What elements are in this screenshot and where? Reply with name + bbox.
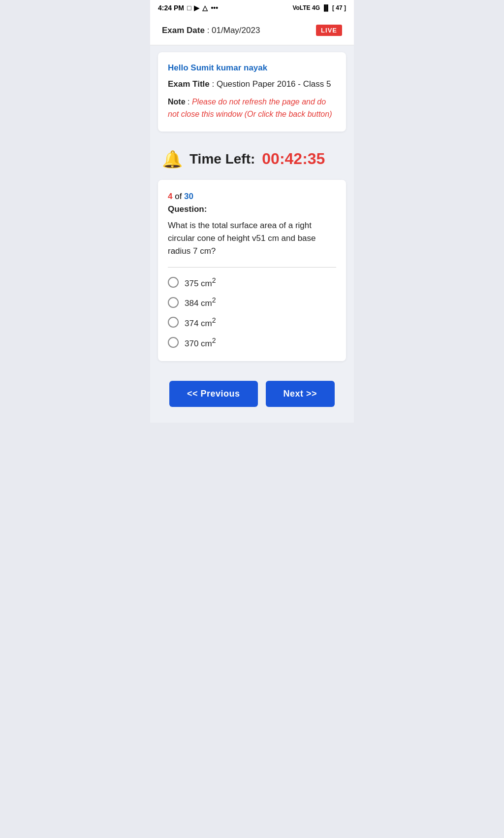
status-bar: 4:24 PM □ ▶ △ ••• VoLTE 4G ▐▌ [ 47 ] (150, 0, 354, 16)
note-text: Please do not refresh the page and do no… (168, 98, 332, 119)
exam-date-label: Exam Date (162, 26, 205, 35)
question-label: Question: (168, 204, 336, 214)
screen-icon: □ (187, 4, 191, 12)
timer-section: 🔔 Time Left: 00:42:35 (150, 138, 354, 180)
exam-title-line: Exam Title : Question Paper 2016 - Class… (168, 78, 336, 91)
radio-option-3[interactable] (168, 317, 179, 328)
note-line: Note : Please do not refresh the page an… (168, 96, 336, 121)
bell-icon: 🔔 (162, 149, 183, 169)
hello-line: Hello Sumit kumar nayak (168, 63, 336, 73)
battery-icon: [ 47 ] (332, 4, 346, 11)
option-label-2: 384 cm2 (185, 296, 216, 308)
radio-option-2[interactable] (168, 297, 179, 308)
exam-title-label: Exam Title (168, 79, 210, 89)
option-label-1: 375 cm2 (185, 276, 216, 289)
exam-title-value: Question Paper 2016 - Class 5 (217, 79, 331, 89)
note-label: Note (168, 98, 186, 106)
option-item-4[interactable]: 370 cm2 (168, 336, 336, 349)
question-card: 4 of 30 Question: What is the total surf… (158, 180, 346, 362)
previous-button[interactable]: << Previous (169, 381, 258, 407)
dots-icon: ••• (211, 4, 218, 12)
page-content: Exam Date : 01/May/2023 LIVE Hello Sumit… (150, 16, 354, 423)
option-label-3: 374 cm2 (185, 316, 216, 329)
timer-label: Time Left: (189, 151, 255, 167)
signal-icon: △ (202, 4, 208, 12)
user-name: Sumit kumar nayak (190, 63, 267, 72)
exam-date-text: Exam Date : 01/May/2023 (162, 26, 260, 35)
live-badge: LIVE (316, 25, 342, 36)
question-text: What is the total surface area of a righ… (168, 219, 336, 258)
option-item-1[interactable]: 375 cm2 (168, 276, 336, 289)
exam-date-separator: : (205, 26, 212, 35)
next-button[interactable]: Next >> (266, 381, 335, 407)
option-label-4: 370 cm2 (185, 336, 216, 349)
question-counter: 4 of 30 (168, 192, 336, 201)
option-item-3[interactable]: 374 cm2 (168, 316, 336, 329)
hello-label: Hello (168, 63, 190, 72)
status-time: 4:24 PM (158, 4, 184, 12)
options-list: 375 cm2384 cm2374 cm2370 cm2 (168, 276, 336, 349)
radio-option-4[interactable] (168, 337, 179, 348)
network-icon: VoLTE 4G (292, 4, 320, 11)
exam-date-bar: Exam Date : 01/May/2023 LIVE (150, 16, 354, 45)
status-bar-left: 4:24 PM □ ▶ △ ••• (158, 4, 218, 12)
of-label: of (172, 192, 184, 201)
timer-value: 00:42:35 (262, 150, 325, 168)
options-divider (168, 267, 336, 268)
info-card: Hello Sumit kumar nayak Exam Title : Que… (158, 52, 346, 132)
wifi-icon: ▐▌ (322, 4, 330, 11)
status-bar-right: VoLTE 4G ▐▌ [ 47 ] (292, 4, 346, 11)
question-total: 30 (184, 192, 193, 201)
radio-option-1[interactable] (168, 277, 179, 288)
exam-date-value: 01/May/2023 (212, 26, 260, 35)
play-icon: ▶ (194, 4, 199, 12)
nav-buttons: << Previous Next >> (150, 369, 354, 423)
option-item-2[interactable]: 384 cm2 (168, 296, 336, 308)
